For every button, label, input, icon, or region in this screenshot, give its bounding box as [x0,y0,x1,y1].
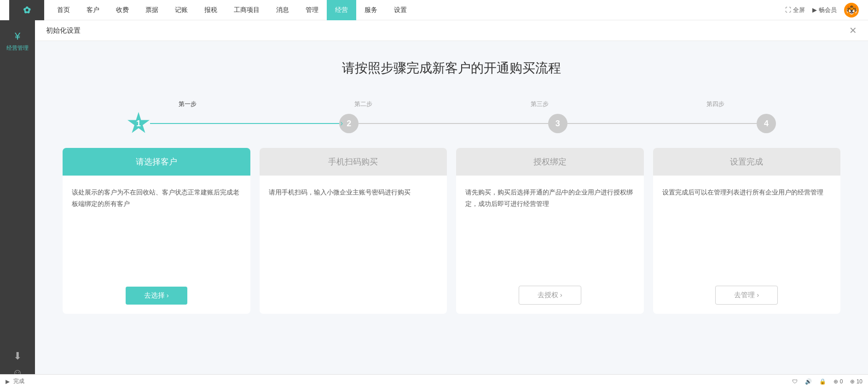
status-text: 完成 [13,377,24,385]
step-label-1: 第一步 [99,100,276,108]
step-3-number: 3 [556,119,560,129]
step-card-1: 请选择客户 该处展示的客户为不在回收站、客户状态正常建账后完成老板端绑定的所有客… [63,148,250,314]
card-4-title: 设置完成 [730,157,763,166]
card-2-header: 手机扫码购买 [260,148,447,176]
sidebar: ¥ 经营管理 ⬇ ☺ [0,20,35,388]
sidebar-label-operation: 经营管理 [6,44,29,52]
yuan-icon: ¥ [15,30,20,42]
nav-message[interactable]: 消息 [268,0,297,20]
update-count: ⊕ 10 [850,378,862,385]
step-card-2: 手机扫码购买 请用手机扫码，输入小微企业主账号密码进行购买 [260,148,447,314]
step-1-indicator: 1 [127,112,150,135]
nav-right: ⛶ 全屏 ▶ 畅会员 🐯 [785,3,859,18]
status-bar-right: 🛡 🔊 🔒 ⊕ 0 ⊕ 10 [792,378,862,385]
fullscreen-label: 全屏 [793,6,805,14]
card-2-title: 手机扫码购买 [328,157,378,166]
card-4-body: 设置完成后可以在管理列表进行所有企业用户的经营管理 [653,176,841,276]
step-2-number: 2 [347,119,351,129]
card-3-body: 请先购买，购买后选择开通的产品中的企业用户进行授权绑定，成功后即可进行经营管理 [456,176,644,276]
volume-icon: 🔊 [805,378,812,385]
step-label-2: 第二步 [276,100,452,108]
steps-progress: 1 › 2 › 3 › [63,112,840,135]
card-1-body: 该处展示的客户为不在回收站、客户状态正常建账后完成老板端绑定的所有客户 [63,176,250,277]
steps-labels: 第一步 第二步 第三步 第四步 [63,100,840,108]
step-line-2: › [359,123,548,124]
card-3-header: 授权绑定 [456,148,644,176]
play-status-icon: ▶ [6,378,10,385]
step-4-number: 4 [764,119,769,129]
member-label: 畅会员 [819,6,837,14]
nav-settings[interactable]: 设置 [386,0,415,20]
nav-manage[interactable]: 管理 [297,0,327,20]
fullscreen-icon: ⛶ [785,6,791,13]
card-3-title: 授权绑定 [533,157,567,166]
page-title: 初始化设置 [46,26,81,35]
nav-service[interactable]: 服务 [356,0,386,20]
main-layout: ¥ 经营管理 ⬇ ☺ 初始化设置 ✕ 请按照步骤完成新客户的开通购买流程 第一步… [0,20,868,388]
nav-home[interactable]: 首页 [49,0,78,20]
card-1-header: 请选择客户 [63,148,250,176]
nav-fee[interactable]: 收费 [108,0,137,20]
nav-invoice[interactable]: 票据 [137,0,167,20]
close-button[interactable]: ✕ [849,26,857,35]
page-header: 初始化设置 ✕ [35,20,868,41]
card-3-text: 请先购买，购买后选择开通的产品中的企业用户进行授权绑定，成功后即可进行经营管理 [465,188,633,207]
top-navigation: ✿ 首页 客户 收费 票据 记账 报税 工商项目 消息 管理 经营 服务 设置 … [0,0,868,20]
card-2-text: 请用手机扫码，输入小微企业主账号密码进行购买 [269,188,411,196]
step-1-number: 1 [136,119,141,129]
nav-customer[interactable]: 客户 [78,0,108,20]
go-auth-button[interactable]: 去授权 › [519,286,581,305]
nav-tax[interactable]: 报税 [196,0,226,20]
notification-count: ⊕ 0 [833,378,843,385]
step-line-3: › [567,123,757,124]
user-avatar[interactable]: 🐯 [844,3,859,18]
nav-items: 首页 客户 收费 票据 记账 报税 工商项目 消息 管理 经营 服务 设置 [49,0,785,20]
step-label-3: 第三步 [451,100,628,108]
play-icon: ▶ [812,6,817,13]
step-card-4: 设置完成 设置完成后可以在管理列表进行所有企业用户的经营管理 去管理 › [653,148,841,314]
card-2-footer [260,295,447,314]
card-3-footer: 去授权 › [456,276,644,314]
member-btn[interactable]: ▶ 畅会员 [812,6,837,14]
card-2-body: 请用手机扫码，输入小微企业主账号密码进行购买 [260,176,447,295]
step-card-3: 授权绑定 请先购买，购买后选择开通的产品中的企业用户进行授权绑定，成功后即可进行… [456,148,644,314]
status-bar: ▶ 完成 🛡 🔊 🔒 ⊕ 0 ⊕ 10 [0,374,868,388]
status-bar-left: ▶ 完成 [6,377,24,385]
nav-business[interactable]: 工商项目 [226,0,268,20]
card-4-text: 设置完成后可以在管理列表进行所有企业用户的经营管理 [662,188,823,196]
nav-accounting[interactable]: 记账 [167,0,196,20]
download-icon[interactable]: ⬇ [13,350,22,362]
main-content: 初始化设置 ✕ 请按照步骤完成新客户的开通购买流程 第一步 第二步 第三步 第四… [35,20,868,388]
sidebar-item-operation[interactable]: ¥ 经营管理 [0,25,35,57]
wizard-main-title: 请按照步骤完成新客户的开通购买流程 [63,59,840,77]
card-1-text: 该处展示的客户为不在回收站、客户状态正常建账后完成老板端绑定的所有客户 [72,188,239,207]
step-label-4: 第四步 [628,100,804,108]
logo-icon: ✿ [23,5,31,16]
step-line-1: › [150,123,339,124]
fullscreen-btn[interactable]: ⛶ 全屏 [785,6,805,14]
card-4-header: 设置完成 [653,148,841,176]
go-manage-button[interactable]: 去管理 › [715,286,778,305]
cards-row: 请选择客户 该处展示的客户为不在回收站、客户状态正常建账后完成老板端绑定的所有客… [63,148,840,314]
go-select-button[interactable]: 去选择 › [126,287,187,305]
card-4-footer: 去管理 › [653,276,841,314]
card-1-title: 请选择客户 [136,157,177,166]
shield-icon: 🛡 [792,378,798,385]
card-1-footer: 去选择 › [63,277,250,314]
app-logo[interactable]: ✿ [9,0,44,20]
wizard-content: 请按照步骤完成新客户的开通购买流程 第一步 第二步 第三步 第四步 1 › [35,41,868,386]
lock-icon: 🔒 [819,378,826,385]
nav-operation[interactable]: 经营 [327,0,356,20]
